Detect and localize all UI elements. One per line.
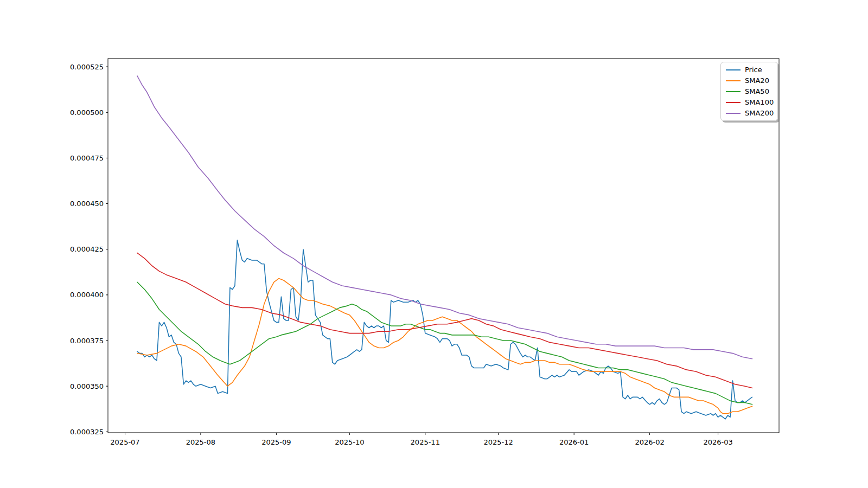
y-tick-label: 0.000425 — [70, 245, 104, 253]
legend-item-sma200: SMA200 — [726, 109, 773, 117]
x-tick-label: 2025-09 — [261, 438, 291, 446]
y-tick-label: 0.000450 — [70, 200, 104, 208]
y-tick-label: 0.000325 — [70, 428, 104, 436]
series-line-price — [137, 240, 752, 419]
legend-item-sma20: SMA20 — [726, 76, 773, 85]
legend-swatch-sma100-icon — [726, 102, 741, 103]
plot-border — [108, 59, 779, 433]
legend-label-sma100: SMA100 — [745, 98, 774, 106]
legend-label-sma20: SMA20 — [745, 76, 769, 85]
x-tick-label: 2026-02 — [635, 438, 664, 446]
y-tick-label: 0.000500 — [70, 108, 104, 117]
legend-swatch-sma50-icon — [726, 91, 741, 92]
legend-swatch-price-icon — [726, 69, 741, 70]
legend: Price SMA20 SMA50 SMA100 SMA200 — [720, 62, 778, 121]
legend-item-sma100: SMA100 — [726, 98, 773, 106]
y-tick-label: 0.000400 — [70, 291, 104, 299]
x-tick-label: 2025-11 — [411, 438, 440, 446]
x-tick-label: 2025-10 — [335, 438, 364, 446]
x-tick-label: 2025-12 — [484, 438, 513, 446]
y-axis: 0.0005250.0005000.0004750.0004500.000425… — [70, 63, 108, 436]
legend-label-price: Price — [745, 66, 762, 74]
x-tick-label: 2025-08 — [186, 438, 215, 446]
legend-item-price: Price — [726, 66, 773, 74]
figure: 0.0005250.0005000.0004750.0004500.000425… — [0, 0, 868, 488]
legend-label-sma50: SMA50 — [745, 87, 769, 95]
legend-label-sma200: SMA200 — [745, 109, 774, 117]
series-price — [137, 240, 752, 419]
y-tick-label: 0.000475 — [70, 154, 104, 162]
y-tick-label: 0.000525 — [70, 63, 104, 71]
x-tick-label: 2026-03 — [703, 438, 732, 446]
x-tick-label: 2025-07 — [110, 438, 139, 446]
y-tick-label: 0.000350 — [70, 382, 104, 390]
legend-item-sma50: SMA50 — [726, 87, 773, 95]
legend-swatch-sma20-icon — [726, 80, 741, 81]
y-tick-label: 0.000375 — [70, 337, 104, 345]
x-tick-label: 2026-01 — [559, 438, 589, 446]
legend-swatch-sma200-icon — [726, 113, 741, 114]
x-axis: 2025-072025-082025-092025-102025-112025-… — [110, 433, 732, 446]
